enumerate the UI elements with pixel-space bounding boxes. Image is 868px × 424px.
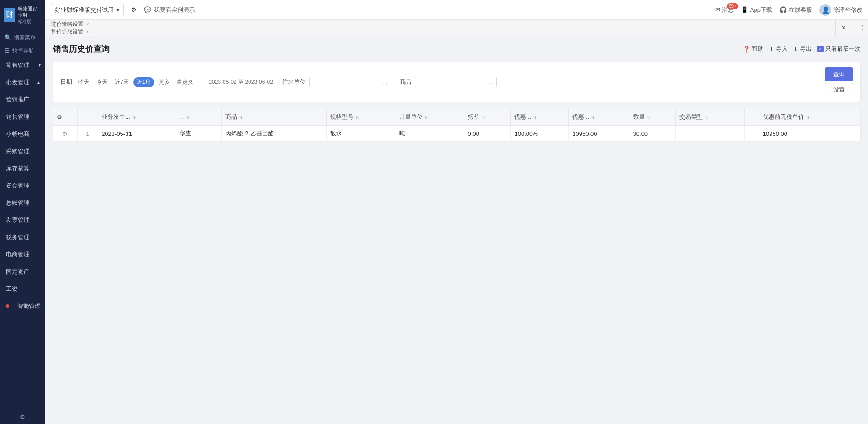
menu-label: 税务管理 xyxy=(6,233,29,241)
cell-pre_tax_price: 10950.00 xyxy=(759,126,860,142)
sidebar-quick-nav[interactable]: ☰ 快捷导航 xyxy=(0,45,45,57)
user-info[interactable]: 👤 徐泽华修改 xyxy=(819,4,863,16)
sidebar-item-retail[interactable]: 零售管理▾ xyxy=(0,57,45,74)
col-header-pre_tax_price[interactable]: 优惠前无税单价⇅ xyxy=(759,108,860,126)
product-filter: 商品 ... xyxy=(400,77,497,87)
col-header-discount1[interactable]: 优惠...⇅ xyxy=(511,108,569,126)
col-header-unit[interactable]: 计量单位⇅ xyxy=(395,108,464,126)
cell-trade_type xyxy=(676,126,745,142)
cell-discount1: 100.00% xyxy=(511,126,569,142)
cell-unit: 吨 xyxy=(395,126,464,142)
col-header-dots[interactable]: ...⇅ xyxy=(176,108,221,126)
menu-label: 资金管理 xyxy=(6,182,29,190)
sidebar-item-invoice[interactable]: 发票管理 xyxy=(0,212,45,229)
product-input[interactable] xyxy=(418,79,486,85)
cell-product: 丙烯酸-2-乙基己酯 xyxy=(221,126,327,142)
sidebar-menu: 零售管理▾批发管理▲营销推广销售管理小畅电商采购管理库存核算资金管理总账管理发票… xyxy=(0,57,45,315)
col-header-spacer xyxy=(745,108,759,126)
topbar-right: ✉ 消息 99+ 📱 App下载 🎧 在线客服 👤 徐泽华修改 xyxy=(715,4,863,16)
date-option-last7[interactable]: 近7天 xyxy=(112,77,132,87)
sidebar-item-sales[interactable]: 销售管理 xyxy=(0,108,45,125)
cell-discount2: 10950.00 xyxy=(569,126,629,142)
headset-icon: 🎧 xyxy=(780,6,787,13)
sort-icon: ⇅ xyxy=(647,115,650,120)
cell-price: 0.00 xyxy=(464,126,511,142)
sort-icon: ⇅ xyxy=(356,115,359,120)
sidebar-item-marketing[interactable]: 营销推广 xyxy=(0,91,45,108)
date-option-yesterday[interactable]: 昨天 xyxy=(76,77,92,87)
sidebar-search[interactable]: 🔍 搜索菜单 xyxy=(0,30,45,45)
cell-spacer xyxy=(745,126,759,142)
sidebar-item-ecommerce[interactable]: 电商管理 xyxy=(0,246,45,263)
red-dot-icon xyxy=(6,304,9,308)
cell-gear[interactable]: ⚙ xyxy=(53,126,77,142)
query-button[interactable]: 查询 xyxy=(825,67,853,81)
tab-close-icon[interactable]: × xyxy=(86,21,89,27)
chevron-down-icon: ▾ xyxy=(117,6,120,13)
source-unit-dots[interactable]: ... xyxy=(382,78,388,86)
sidebar: 财 畅捷通好业财 标准版 🔍 搜索菜单 ☰ 快捷导航 零售管理▾批发管理▲营销推… xyxy=(0,0,45,424)
export-icon: ⬇ xyxy=(793,46,798,53)
version-selector[interactable]: 好业财标准版交付试用 ▾ xyxy=(51,4,124,16)
app-download-btn[interactable]: 📱 App下载 xyxy=(741,6,772,14)
cell-biz_date: 2023-05-31 xyxy=(98,126,176,142)
sidebar-settings[interactable]: ⚙ xyxy=(0,410,45,424)
product-dots[interactable]: ... xyxy=(488,78,493,86)
phone-icon: 📱 xyxy=(741,6,748,13)
sidebar-item-inventory[interactable]: 库存核算 xyxy=(0,160,45,177)
tab-sale-extract[interactable]: 售价提取设置× xyxy=(45,28,100,36)
table-header: ⚙业务发生...⇅...⇅商品⇅规格型号⇅计量单位⇅报价⇅优惠...⇅优惠...… xyxy=(53,108,860,126)
col-header-biz_date[interactable]: 业务发生...⇅ xyxy=(98,108,176,126)
import-link[interactable]: ⬆ 导入 xyxy=(769,45,788,53)
col-header-price[interactable]: 报价⇅ xyxy=(464,108,511,126)
col-header-quantity[interactable]: 数量⇅ xyxy=(629,108,676,126)
cell-spec: 散水 xyxy=(327,126,395,142)
date-option-today[interactable]: 今天 xyxy=(94,77,110,87)
demo-icon: 💬 xyxy=(144,6,151,13)
sidebar-item-wholesale[interactable]: 批发管理▲ xyxy=(0,74,45,91)
messages-btn[interactable]: ✉ 消息 99+ xyxy=(715,6,734,14)
settings-button[interactable]: 设置 xyxy=(825,83,853,96)
sidebar-item-funds[interactable]: 资金管理 xyxy=(0,177,45,194)
date-options: 昨天今天近7天近1月更多自定义 xyxy=(76,77,196,87)
product-input-wrap: ... xyxy=(415,77,497,87)
settings-icon-btn[interactable]: ⚙ xyxy=(129,5,138,15)
maximize-btn[interactable]: ⛶ xyxy=(852,20,868,36)
tabbar-actions: ✕ ⛶ xyxy=(835,20,868,36)
tab-purchase-strategy[interactable]: 进价策略设置× xyxy=(45,20,100,28)
table-row: ⚙12023-05-31华查...丙烯酸-2-乙基己酯散水吨0.00100.00… xyxy=(53,126,860,142)
source-unit-input[interactable] xyxy=(312,79,380,85)
col-header-spec[interactable]: 规格型号⇅ xyxy=(327,108,395,126)
app-logo-icon: 财 xyxy=(4,8,15,22)
messages-badge: 99+ xyxy=(727,3,738,9)
date-option-last1m[interactable]: 近1月 xyxy=(133,77,155,87)
main-area: 好业财标准版交付试用 ▾ ⚙ 💬 我要看实例演示 ✉ 消息 99+ 📱 App下… xyxy=(45,0,868,424)
date-option-custom[interactable]: 自定义 xyxy=(174,77,196,87)
only-last-checkbox[interactable]: ✓ 只看最后一次 xyxy=(817,45,861,53)
checkbox-icon: ✓ xyxy=(817,46,824,52)
filter-buttons: 查询 设置 xyxy=(825,67,853,96)
topbar: 好业财标准版交付试用 ▾ ⚙ 💬 我要看实例演示 ✉ 消息 99+ 📱 App下… xyxy=(45,0,868,20)
sidebar-item-fixed-assets[interactable]: 固定资产 xyxy=(0,263,45,280)
col-header-discount2[interactable]: 优惠...⇅ xyxy=(569,108,629,126)
sidebar-item-smart[interactable]: 智能管理 xyxy=(0,298,45,315)
sort-icon: ⇅ xyxy=(705,115,708,120)
online-service-btn[interactable]: 🎧 在线客服 xyxy=(780,6,812,14)
col-header-product[interactable]: 商品⇅ xyxy=(221,108,327,126)
sidebar-item-ecommerce-small[interactable]: 小畅电商 xyxy=(0,125,45,143)
data-table: ⚙业务发生...⇅...⇅商品⇅规格型号⇅计量单位⇅报价⇅优惠...⇅优惠...… xyxy=(53,108,860,142)
sidebar-item-payroll[interactable]: 工资 xyxy=(0,280,45,298)
cell-seq: 1 xyxy=(77,126,98,142)
tab-close-icon[interactable]: × xyxy=(86,29,89,34)
sidebar-item-purchase[interactable]: 采购管理 xyxy=(0,143,45,160)
sidebar-item-general-ledger[interactable]: 总账管理 xyxy=(0,194,45,212)
col-header-trade_type[interactable]: 交易类型⇅ xyxy=(676,108,745,126)
date-option-more[interactable]: 更多 xyxy=(156,77,172,87)
sidebar-item-tax[interactable]: 税务管理 xyxy=(0,229,45,246)
close-tab-btn[interactable]: ✕ xyxy=(835,20,852,36)
help-link[interactable]: ❓ 帮助 xyxy=(743,45,764,53)
demo-link[interactable]: 💬 我要看实例演示 xyxy=(144,6,195,14)
data-table-wrap: ⚙业务发生...⇅...⇅商品⇅规格型号⇅计量单位⇅报价⇅优惠...⇅优惠...… xyxy=(53,108,861,142)
export-link[interactable]: ⬇ 导出 xyxy=(793,45,812,53)
sort-icon: ⇅ xyxy=(806,115,809,120)
